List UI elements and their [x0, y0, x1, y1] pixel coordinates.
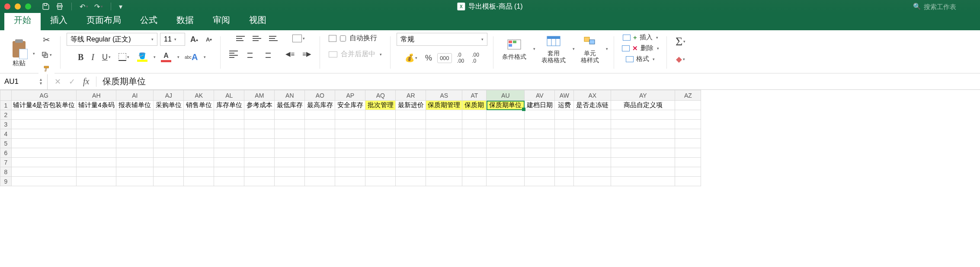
decrease-indent-button[interactable]: ◀≡ [283, 48, 297, 60]
cell-AJ4[interactable] [154, 129, 184, 139]
cell-AG5[interactable] [12, 139, 77, 148]
cell-AW8[interactable] [555, 167, 574, 177]
cell-AG4[interactable] [12, 129, 77, 139]
cell-AU7[interactable] [487, 158, 525, 167]
cell-AQ9[interactable] [365, 177, 396, 186]
cell-AY4[interactable] [611, 129, 675, 139]
increase-font-button[interactable]: A▴ [188, 33, 201, 46]
cell-AS6[interactable] [426, 148, 462, 158]
cond-fmt-dropdown-icon[interactable]: ▾ [533, 47, 535, 51]
col-header-AM[interactable]: AM [244, 90, 275, 101]
cell-AL9[interactable] [214, 177, 244, 186]
cell-AS3[interactable] [426, 120, 462, 129]
insert-cells-button[interactable]: +插入▾ [621, 33, 660, 42]
cell-AL4[interactable] [214, 129, 244, 139]
cell-AK2[interactable] [184, 110, 214, 120]
fill-color-button[interactable]: 🪣 [135, 51, 150, 64]
cell-AQ2[interactable] [365, 110, 396, 120]
cell-AQ4[interactable] [365, 129, 396, 139]
cut-button[interactable]: ✂ [38, 33, 54, 47]
decrease-decimal-button[interactable]: .00.0 [469, 50, 482, 66]
col-header-AO[interactable]: AO [305, 90, 335, 101]
cell-AW3[interactable] [555, 120, 574, 129]
cell-AR7[interactable] [396, 158, 426, 167]
cell-AQ1[interactable]: 批次管理 [365, 101, 396, 110]
cell-AR3[interactable] [396, 120, 426, 129]
col-header-AY[interactable]: AY [611, 90, 675, 101]
cell-AU2[interactable] [487, 110, 525, 120]
cell-AI5[interactable] [116, 139, 154, 148]
cell-AN4[interactable] [275, 129, 305, 139]
cell-AW2[interactable] [555, 110, 574, 120]
cell-AS7[interactable] [426, 158, 462, 167]
cell-AP6[interactable] [335, 148, 365, 158]
col-header-AP[interactable]: AP [335, 90, 365, 101]
cell-AN7[interactable] [275, 158, 305, 167]
cell-AU1[interactable]: 保质期单位 [487, 101, 525, 110]
cell-AP7[interactable] [335, 158, 365, 167]
cell-AR8[interactable] [396, 167, 426, 177]
cell-AZ2[interactable] [675, 110, 701, 120]
autosum-button[interactable]: Σ ▾ [673, 33, 688, 50]
cell-AQ5[interactable] [365, 139, 396, 148]
cell-AU6[interactable] [487, 148, 525, 158]
fill-color-dropdown-icon[interactable]: ▾ [154, 55, 156, 59]
tab-开始[interactable]: 开始 [4, 11, 41, 30]
cell-AX6[interactable] [574, 148, 611, 158]
cell-AY9[interactable] [611, 177, 675, 186]
cell-AS8[interactable] [426, 167, 462, 177]
cell-AH7[interactable] [77, 158, 116, 167]
orientation-button[interactable]: ▾ [290, 33, 307, 44]
cell-AI1[interactable]: 报表辅单位 [116, 101, 154, 110]
cell-AM2[interactable] [244, 110, 275, 120]
align-right-button[interactable] [259, 49, 273, 60]
cell-AT7[interactable] [462, 158, 487, 167]
wrap-text-toggle[interactable]: 自动换行 [326, 33, 380, 44]
cell-AX2[interactable] [574, 110, 611, 120]
increase-indent-button[interactable]: ≡▶ [300, 48, 314, 60]
col-header-AU[interactable]: AU [487, 90, 525, 101]
row-header-1[interactable]: 1 [0, 101, 12, 110]
cell-AM7[interactable] [244, 158, 275, 167]
bold-button[interactable]: B [75, 51, 86, 64]
search-box[interactable]: 🔍 [913, 3, 976, 10]
cell-AV9[interactable] [525, 177, 555, 186]
format-painter-button[interactable] [38, 63, 54, 74]
cell-AO8[interactable] [305, 167, 335, 177]
cell-AN9[interactable] [275, 177, 305, 186]
number-format-dropdown[interactable]: 常规▾ [397, 33, 487, 46]
format-as-table-button[interactable]: 套用 表格格式 [539, 33, 568, 64]
cell-AK6[interactable] [184, 148, 214, 158]
phonetic-dropdown-icon[interactable]: ▾ [204, 55, 206, 59]
cell-AH6[interactable] [77, 148, 116, 158]
col-header-AX[interactable]: AX [574, 90, 611, 101]
increase-decimal-button[interactable]: .0.00 [455, 50, 467, 66]
cell-AY3[interactable] [611, 120, 675, 129]
cell-AY8[interactable] [611, 167, 675, 177]
cell-AN6[interactable] [275, 148, 305, 158]
cell-AR6[interactable] [396, 148, 426, 158]
cell-AP2[interactable] [335, 110, 365, 120]
cell-AQ8[interactable] [365, 167, 396, 177]
cell-AL8[interactable] [214, 167, 244, 177]
cell-AV4[interactable] [525, 129, 555, 139]
name-box-stepper[interactable]: ▲▼ [39, 78, 43, 86]
cell-AM9[interactable] [244, 177, 275, 186]
cell-AO9[interactable] [305, 177, 335, 186]
cell-AW7[interactable] [555, 158, 574, 167]
border-button[interactable]: ▾ [116, 51, 132, 63]
cell-AM1[interactable]: 参考成本 [244, 101, 275, 110]
cell-AI9[interactable] [116, 177, 154, 186]
delete-cells-button[interactable]: ✕删除▾ [620, 44, 661, 53]
col-header-AV[interactable]: AV [525, 90, 555, 101]
align-bottom-button[interactable] [266, 34, 280, 43]
cell-AG7[interactable] [12, 158, 77, 167]
col-header-AW[interactable]: AW [555, 90, 574, 101]
cell-AZ5[interactable] [675, 139, 701, 148]
cell-AG9[interactable] [12, 177, 77, 186]
cell-AG1[interactable]: 辅计量4是否包装单位 [12, 101, 77, 110]
font-size-dropdown[interactable]: 11▾ [160, 33, 185, 46]
cell-AN3[interactable] [275, 120, 305, 129]
col-header-AK[interactable]: AK [184, 90, 214, 101]
cell-AX4[interactable] [574, 129, 611, 139]
